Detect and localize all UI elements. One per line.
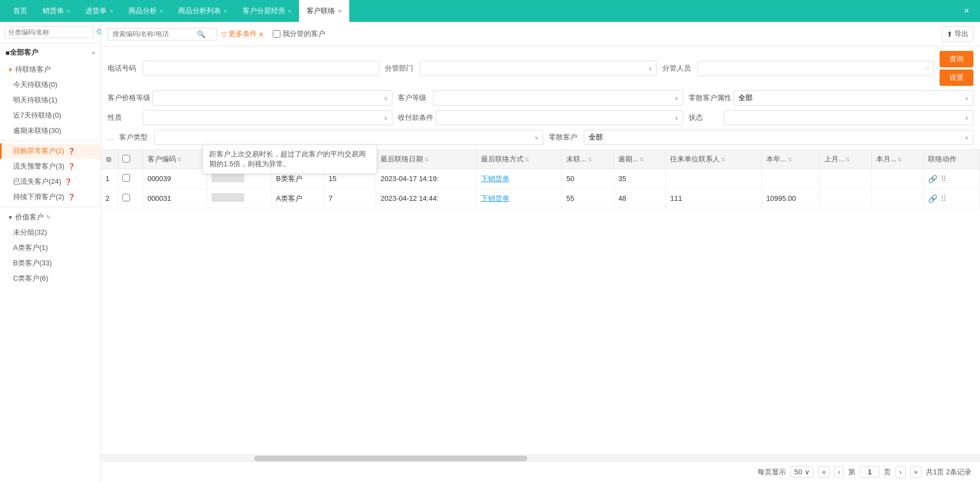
action-more-icon-1[interactable]: ⠿ <box>941 194 946 203</box>
sidebar-item-overdue[interactable]: 逾期未联络(30) <box>0 123 101 138</box>
sidebar-item-7days[interactable]: 近7天待联络(0) <box>0 108 101 123</box>
sidebar-item-churned[interactable]: 已流失客户(24) ❓ <box>0 174 101 189</box>
next-page-button[interactable]: › <box>895 466 905 478</box>
sidebar-item-churn-warning[interactable]: 流失预警客户(3) ❓ <box>0 159 101 174</box>
scrollbar-thumb[interactable] <box>254 456 527 461</box>
close-purchase-order-icon[interactable]: × <box>109 8 113 14</box>
payment-label: 收付款条件 <box>398 113 433 123</box>
sort-overdue-icon[interactable]: ⇅ <box>639 156 644 162</box>
nav-product-analysis-list[interactable]: 商品分析列表 × <box>171 0 234 22</box>
cell-cb-0[interactable] <box>118 169 143 189</box>
close-product-analysis-icon[interactable]: × <box>160 8 163 14</box>
page-number-input[interactable] <box>860 466 879 478</box>
cell-cb-1[interactable] <box>118 189 143 208</box>
sidebar-item-today[interactable]: 今天待联络(0) <box>0 77 101 92</box>
status-select[interactable]: ∨ <box>724 110 973 125</box>
col-this-month[interactable]: 本月...⇅ <box>872 150 924 169</box>
sidebar-item-b-class[interactable]: B类客户(33) <box>0 255 101 271</box>
price-grade-select[interactable]: ∨ <box>152 90 392 106</box>
person-select[interactable]: ··· <box>697 61 934 76</box>
retail-attr-select[interactable]: 全部 ∨ <box>733 90 973 106</box>
col-unit-contact[interactable]: 往来单位联系人⇅ <box>666 150 762 169</box>
sidebar-item-c-class[interactable]: C类客户(6) <box>0 271 101 286</box>
sidebar-all-customers[interactable]: ■ 全部客户 « <box>0 43 101 62</box>
sort-unit-contact-icon[interactable]: ⇅ <box>721 156 725 162</box>
sidebar-item-repurchase-anomaly[interactable]: 回购异常客户(2) ❓ <box>0 143 101 159</box>
close-sales-order-icon[interactable]: × <box>67 8 70 14</box>
col-uncontacted[interactable]: 未联...⇅ <box>562 150 614 169</box>
sidebar-value-customers[interactable]: ▼ 价值客户 ✎ <box>0 210 101 225</box>
col-overdue[interactable]: 逾期...⇅ <box>614 150 666 169</box>
more-filter-button[interactable]: ▽ 更多条件 ∧ <box>221 29 264 39</box>
gender-select[interactable]: ∨ <box>143 110 392 125</box>
sidebar-item-tomorrow[interactable]: 明天待联络(1) <box>0 92 101 108</box>
nav-customer-tiering[interactable]: 客户分层经营 × <box>235 0 299 22</box>
sidebar-item-a-class[interactable]: A类客户(1) <box>0 240 101 255</box>
pagination-bar: 每页显示 50 ∨ « ‹ 第 页 › » 共1页 2条记录 <box>101 461 980 482</box>
toolbar-search-icon[interactable]: 🔍 <box>197 30 206 38</box>
nav-sales-order[interactable]: 销货单 × <box>35 0 78 22</box>
grade-select[interactable]: ∨ <box>433 90 683 106</box>
action-more-icon-0[interactable]: ⠿ <box>941 175 946 183</box>
phone-input[interactable] <box>143 61 379 76</box>
last-page-button[interactable]: » <box>910 466 922 478</box>
select-all-checkbox[interactable] <box>122 155 130 162</box>
query-button[interactable]: 查询 <box>940 51 973 67</box>
prev-page-button[interactable]: ‹ <box>834 466 844 478</box>
sidebar-collapse-icon[interactable]: « <box>92 49 95 56</box>
sidebar-item-declining[interactable]: 持续下滑客户(2) ❓ <box>0 189 101 205</box>
col-last-contact-way[interactable]: 最后联络方式⇅ <box>476 150 561 169</box>
col-last-contact-date[interactable]: 最后联络日期⇅ <box>376 150 477 169</box>
action-link-icon-0[interactable]: 🔗 <box>928 175 937 183</box>
filter-more-dots[interactable]: ... <box>108 133 114 142</box>
cell-last-way-0[interactable]: 下销货单 <box>476 169 561 189</box>
nav-customer-contact[interactable]: 客户联络 × <box>299 0 349 22</box>
close-product-analysis-list-icon[interactable]: × <box>224 8 227 14</box>
sort-uncontacted-icon[interactable]: ⇅ <box>588 156 592 162</box>
first-page-button[interactable]: « <box>818 466 830 478</box>
setting-button[interactable]: 设置 <box>940 69 973 86</box>
sort-last-way-icon[interactable]: ⇅ <box>525 156 529 162</box>
col-checkbox[interactable] <box>118 150 143 169</box>
close-customer-tiering-icon[interactable]: × <box>288 8 291 14</box>
sort-this-month-icon[interactable]: ⇅ <box>897 156 902 162</box>
action-link-icon-1[interactable]: 🔗 <box>928 194 937 203</box>
window-close-button[interactable]: × <box>959 6 975 16</box>
close-customer-contact-icon[interactable]: × <box>338 8 341 14</box>
row-checkbox-0[interactable] <box>122 174 130 182</box>
last-way-link-1[interactable]: 下销货单 <box>481 194 509 202</box>
nav-home[interactable]: 首页 <box>5 0 35 22</box>
col-settings[interactable]: ⚙ <box>101 150 118 169</box>
nav-product-analysis[interactable]: 商品分析 × <box>121 0 171 22</box>
per-page-select[interactable]: 50 ∨ <box>790 466 813 478</box>
sidebar-pending-contact[interactable]: ▼ 待联络客户 <box>0 62 101 77</box>
cell-last-way-1[interactable]: 下销货单 <box>476 189 561 208</box>
my-customer-check[interactable] <box>273 30 280 38</box>
nav-purchase-order[interactable]: 进货单 × <box>78 0 120 22</box>
sort-this-year-icon[interactable]: ⇅ <box>788 156 792 162</box>
filter-row-1: 电话号码 分管部门 ∨ 分管人员 ··· 查询 设置 <box>108 51 973 86</box>
row-checkbox-1[interactable] <box>122 194 130 201</box>
last-way-link-0[interactable]: 下销货单 <box>481 175 509 183</box>
sidebar-item-ungrouped[interactable]: 未分组(32) <box>0 225 101 240</box>
dept-select[interactable]: ∨ <box>420 61 656 76</box>
export-button[interactable]: ⬆ 导出 <box>942 26 973 42</box>
sort-last-date-icon[interactable]: ⇅ <box>424 156 429 162</box>
filter-gender: 性质 ∨ <box>108 110 392 125</box>
payment-select[interactable]: ∨ <box>436 110 683 125</box>
more-dots-icon[interactable]: ... <box>108 133 114 142</box>
col-this-year[interactable]: 本年...⇅ <box>761 150 819 169</box>
sort-last-month-icon[interactable]: ⇅ <box>846 156 850 162</box>
retail-customer-select[interactable]: 全部 ∨ <box>584 130 973 145</box>
col-last-month[interactable]: 上月...⇅ <box>820 150 872 169</box>
edit-value-section-icon[interactable]: ✎ <box>46 214 51 221</box>
horizontal-scrollbar[interactable] <box>101 455 980 461</box>
customer-type-select[interactable]: ∨ <box>154 130 544 145</box>
col-code[interactable]: 客户编码⇅ <box>143 150 207 169</box>
toolbar-search-input[interactable] <box>113 30 195 38</box>
sidebar-search-input[interactable] <box>4 26 94 38</box>
sort-code-icon[interactable]: ⇅ <box>177 156 181 162</box>
my-customer-checkbox[interactable]: 我分管的客户 <box>273 29 325 39</box>
toolbar-search-box[interactable]: 🔍 <box>108 28 217 40</box>
cell-code-1: 000031 <box>143 189 207 208</box>
